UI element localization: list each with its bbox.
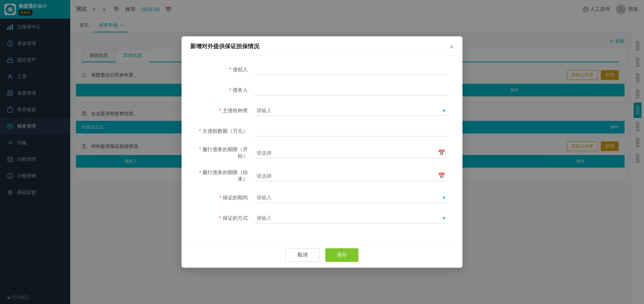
dialog: 新增对外提供保证担保情况 × * 债权人 * 债务人 bbox=[182, 36, 462, 268]
dialog-close-button[interactable]: × bbox=[450, 43, 454, 50]
period-end-date[interactable]: 📅 bbox=[254, 171, 448, 181]
form-row-claim-type: * 主债权种类 ▾ bbox=[196, 105, 448, 116]
debtor-input[interactable] bbox=[254, 85, 448, 95]
period-start-input[interactable] bbox=[254, 148, 438, 158]
cancel-button[interactable]: 取消 bbox=[286, 248, 319, 262]
form-row-period-start: * 履行债务的期限（开始） 📅 bbox=[196, 146, 448, 159]
period-start-date[interactable]: 📅 bbox=[254, 148, 448, 158]
form-row-guarantee-period: * 保证的期间 ▾ bbox=[196, 192, 448, 203]
guarantee-period-arrow-icon[interactable]: ▾ bbox=[443, 195, 448, 200]
claim-amount-input[interactable] bbox=[254, 126, 448, 136]
claim-type-select[interactable]: ▾ bbox=[254, 105, 448, 116]
dialog-body: * 债权人 * 债务人 * 主债权种类 bbox=[182, 56, 462, 242]
debtor-label: * 债务人 bbox=[196, 87, 254, 94]
period-end-input[interactable] bbox=[254, 171, 438, 181]
form-row-guarantee-method: * 保证的方式 ▾ bbox=[196, 213, 448, 223]
period-end-label: * 履行债务的期限（结束） bbox=[196, 169, 254, 182]
form-row-creditor: * 债权人 bbox=[196, 64, 448, 75]
claim-amount-label: * 主债权数额（万元） bbox=[196, 128, 254, 135]
period-start-calendar-icon[interactable]: 📅 bbox=[438, 149, 448, 156]
dialog-footer: 取消 保存 bbox=[182, 242, 462, 268]
guarantee-period-input[interactable] bbox=[254, 192, 443, 203]
guarantee-period-label: * 保证的期间 bbox=[196, 195, 254, 201]
guarantee-period-select[interactable]: ▾ bbox=[254, 192, 448, 203]
form-row-period-end: * 履行债务的期限（结束） 📅 bbox=[196, 169, 448, 182]
period-end-calendar-icon[interactable]: 📅 bbox=[438, 172, 448, 179]
period-start-label: * 履行债务的期限（开始） bbox=[196, 146, 254, 159]
form-row-claim-amount: * 主债权数额（万元） bbox=[196, 126, 448, 136]
guarantee-method-label: * 保证的方式 bbox=[196, 215, 254, 222]
dialog-overlay: 新增对外提供保证担保情况 × * 债权人 * 债务人 bbox=[0, 0, 644, 304]
creditor-label: * 债权人 bbox=[196, 67, 254, 73]
guarantee-method-select[interactable]: ▾ bbox=[254, 213, 448, 223]
claim-type-label: * 主债权种类 bbox=[196, 108, 254, 114]
guarantee-method-input[interactable] bbox=[254, 213, 443, 223]
form-row-debtor: * 债务人 bbox=[196, 85, 448, 95]
claim-type-arrow-icon[interactable]: ▾ bbox=[443, 108, 448, 113]
dialog-title: 新增对外提供保证担保情况 bbox=[190, 43, 259, 50]
guarantee-method-arrow-icon[interactable]: ▾ bbox=[443, 215, 448, 221]
claim-type-input[interactable] bbox=[254, 105, 443, 115]
dialog-header: 新增对外提供保证担保情况 × bbox=[182, 36, 462, 56]
creditor-input[interactable] bbox=[254, 64, 448, 75]
save-button[interactable]: 保存 bbox=[325, 248, 358, 262]
